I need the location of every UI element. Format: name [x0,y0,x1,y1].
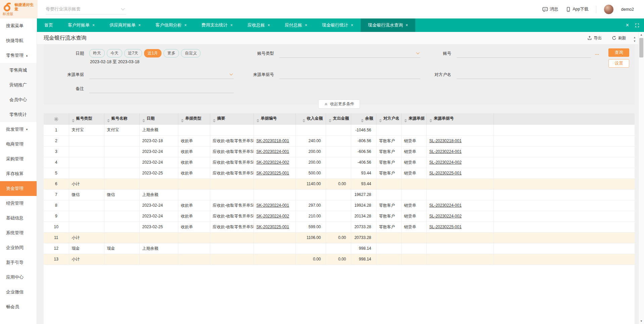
col-header-income[interactable]: 收入金额 [295,113,326,125]
sidebar-item-purchase-management[interactable]: 采购管理 [0,152,37,166]
document-link[interactable]: SL-20230225-001 [429,171,462,175]
account-type-select[interactable] [279,49,420,58]
date-preset-更多[interactable]: 更多 [164,49,179,57]
document-link[interactable]: SK-20230224-001 [257,203,289,208]
tab-close-icon[interactable]: × [268,23,270,28]
tab-customer-statement[interactable]: 客户对账单× [60,18,102,32]
col-header-source-doc-no[interactable]: 来源单据号 [426,113,494,125]
document-link[interactable]: SK-20230225-001 [257,225,289,229]
document-link[interactable]: SK-20230224-002 [257,214,289,218]
date-preset-近7天[interactable]: 近7天 [124,49,142,57]
sidebar-item-operation-management[interactable]: 经营管理 [0,196,37,211]
sidebar-item-search-menu[interactable]: 搜索菜单 [0,18,37,33]
sidebar-item-quick-nav[interactable]: 快捷导航 [0,33,37,48]
vertical-scrollbar[interactable]: ▲ ▼ [638,32,644,324]
document-link[interactable]: SL-20230225-001 [429,225,462,229]
document-link[interactable]: SL-20230218-001 [429,138,462,143]
sidebar-item-retail-statistics[interactable]: 零售统计 [0,107,37,122]
tab-home[interactable]: 首页 [37,18,60,32]
scroll-up-icon[interactable]: ▲ [633,36,636,39]
account-field[interactable] [457,49,591,58]
scrollbar-up-arrow[interactable]: ▲ [639,33,644,36]
source-doc-select[interactable] [89,70,234,79]
account-type-input[interactable] [279,49,420,57]
col-header-balance[interactable]: 余额 [351,113,376,125]
sidebar-item-fund-management[interactable]: 资金管理 [0,181,37,196]
col-header-doc-no[interactable]: 单据编号 [254,113,295,125]
account-input[interactable] [457,49,591,57]
document-link[interactable]: SL-20230224-002 [429,214,462,218]
sidebar-item-enterprise-wechat[interactable]: 企业微信 [0,285,37,299]
scrollbar-thumb[interactable] [639,38,643,57]
avatar[interactable] [604,4,614,14]
sidebar-item-basic-info[interactable]: 基础信息 [0,211,37,226]
column-settings-gear-icon[interactable] [44,113,69,125]
date-preset-昨天[interactable]: 昨天 [89,49,105,57]
sidebar-item-marketing-promotion[interactable]: 营销推广 [0,78,37,92]
source-doc-no-field[interactable] [279,70,420,79]
remark-input[interactable] [89,84,234,93]
date-preset-自定义[interactable]: 自定义 [181,49,200,57]
sidebar-item-enterprise-collaboration[interactable]: 企业协同 [0,240,37,255]
sidebar-item-chang-member[interactable]: 畅会员 [0,299,37,314]
tab-customer-credit-analysis[interactable]: 客户信用分析× [148,18,194,32]
scrollbar-down-arrow[interactable]: ▼ [639,320,644,323]
query-button[interactable]: 查询 [608,48,629,57]
sidebar-item-beginner-guide[interactable]: 新手引导 [0,255,37,270]
sidebar-item-inventory-accounting[interactable]: 库存核算 [0,166,37,181]
document-link[interactable]: SK-20230224-001 [257,149,289,154]
export-button[interactable]: 导出 [587,35,602,41]
remark-field[interactable] [89,84,234,93]
document-link[interactable]: SL-20230224-001 [429,149,462,154]
settings-button[interactable]: 设置 [608,59,629,68]
date-preset-近1月[interactable]: 近1月 [144,49,162,57]
date-preset-今天[interactable]: 今天 [107,49,122,57]
col-header-date[interactable]: 日期 [139,113,178,125]
tab-close-icon[interactable]: × [406,23,408,28]
fullscreen-icon[interactable] [635,23,639,28]
sidebar-item-retail-management[interactable]: 零售管理▲ [0,48,37,63]
source-doc-input[interactable] [89,70,234,79]
source-doc-no-input[interactable] [279,70,420,79]
tab-close-icon[interactable]: × [230,23,233,28]
sidebar-item-app-center[interactable]: 应用中心 [0,270,37,285]
sidebar-item-ecommerce-management[interactable]: 电商管理 [0,137,37,152]
counterparty-input[interactable] [457,70,591,79]
document-link[interactable]: SK-20230225-001 [257,171,289,175]
col-header-expense[interactable]: 支出金额 [326,113,351,125]
tab-expense-statistics[interactable]: 费用支出统计× [194,18,240,32]
tab-close-icon[interactable]: × [92,23,95,28]
tab-close-icon[interactable]: × [184,23,187,28]
col-header-counterparty[interactable]: 对方户名 [376,113,401,125]
username[interactable]: demo2 [621,7,634,12]
document-link[interactable]: SL-20230224-001 [429,203,462,208]
sidebar-item-wholesale-management[interactable]: 批发管理▼ [0,122,37,137]
tab-payable-ledger[interactable]: 应付总账× [277,18,315,32]
app-download-button[interactable]: App下载 [566,6,589,12]
sidebar-item-member-center[interactable]: 会员中心 [0,92,37,107]
tab-cash-bank-flow-query[interactable]: 现金银行流水查询× [361,18,415,32]
col-header-doc-type[interactable]: 单据类型 [178,113,210,125]
document-link[interactable]: SL-20230224-002 [429,160,462,165]
account-set-select[interactable]: 母婴行业演示账套 [46,4,126,14]
col-header-account-type[interactable]: 账号类型 [69,113,104,125]
tab-cash-bank-statistics[interactable]: 现金银行统计× [315,18,361,32]
col-header-summary[interactable]: 摘要 [210,113,254,125]
document-link[interactable]: SK-20230218-001 [257,138,289,143]
tab-close-icon[interactable]: × [351,23,353,28]
tab-receivable-ledger[interactable]: 应收总账× [240,18,277,32]
collapse-more-conditions-button[interactable]: 收起更多条件 [318,99,360,109]
scroll-down-icon[interactable]: ▼ [633,40,636,43]
col-header-account-name[interactable]: 账号名称 [104,113,139,125]
tab-close-icon[interactable]: × [305,23,307,28]
messages-button[interactable]: 消息 [542,6,558,12]
refresh-button[interactable]: 刷新 [612,35,626,41]
counterparty-field[interactable] [457,70,591,79]
sidebar-item-retail-mall[interactable]: 零售商城 [0,63,37,78]
account-picker-trigger[interactable]: ... [595,49,599,58]
sidebar-item-system-management[interactable]: 系统管理 [0,226,37,240]
col-header-source-doc[interactable]: 来源单据 [401,113,426,125]
tab-supplier-statement[interactable]: 供应商对账单× [102,18,148,32]
document-link[interactable]: SK-20230224-002 [257,160,289,165]
close-all-tabs-icon[interactable]: × [626,23,629,28]
